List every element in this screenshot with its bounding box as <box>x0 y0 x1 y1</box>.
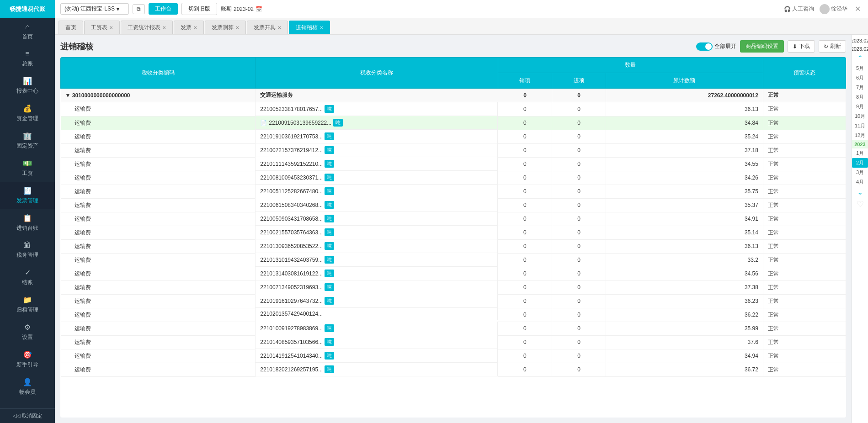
table-row[interactable]: 运输费 2210071349052319693... 吨 0 0 37.38 正… <box>61 280 846 294</box>
row-sales: 0 <box>498 239 552 253</box>
row-code: 2210051125282667480... 吨 <box>256 185 498 198</box>
tag-button[interactable]: 吨 <box>325 352 334 360</box>
row-name: 运输费 <box>61 280 256 294</box>
table-row[interactable]: 运输费 2210130936520853522... 吨 0 0 36.13 正… <box>61 239 846 253</box>
tag-button[interactable]: 吨 <box>325 174 334 181</box>
tag-button[interactable]: 吨 <box>325 160 334 168</box>
tag-button[interactable]: 吨 <box>325 365 334 373</box>
tab-close-icon[interactable]: ✕ <box>277 25 281 30</box>
panel-month-1[interactable]: 1月 <box>852 148 868 158</box>
sidebar-item-tax[interactable]: 🏛 税务管理 <box>0 237 55 264</box>
sidebar-item-member[interactable]: 👤 畅会员 <box>0 373 55 401</box>
settings-button[interactable]: 商品编码设置 <box>740 40 784 53</box>
table-row[interactable]: 运输费 2210050903431708658... 吨 0 0 34.91 正… <box>61 212 846 226</box>
tab-invoice[interactable]: 发票 ✕ <box>174 21 204 34</box>
table-row[interactable]: 运输费 2210140859357103566... 吨 0 0 37.6 正常 <box>61 335 846 349</box>
table-row[interactable]: 运输费 2210021557035764363... 吨 0 0 35.14 正… <box>61 226 846 239</box>
sidebar-item-assets[interactable]: 🏢 固定资产 <box>0 127 55 154</box>
tab-invoice-calc[interactable]: 发票测算 ✕ <box>205 21 246 34</box>
panel-month-4[interactable]: 4月 <box>852 177 868 187</box>
tab-close-icon[interactable]: ✕ <box>109 25 113 30</box>
tab-payroll-label: 工资表 <box>91 24 107 32</box>
table-row[interactable]: 运输费 2210131019432403759... 吨 0 0 33.2 正常 <box>61 253 846 267</box>
panel-month-9[interactable]: 9月 <box>852 102 868 111</box>
close-window-button[interactable]: ✕ <box>853 5 863 13</box>
user-menu[interactable]: 徐泾华 <box>820 4 847 14</box>
switch-old-button[interactable]: 切到旧版 <box>181 3 217 15</box>
tag-button[interactable]: 吨 <box>325 256 334 264</box>
table-row[interactable]: 运输费 2210051125282667480... 吨 0 0 35.75 正… <box>61 185 846 198</box>
sidebar-item-close[interactable]: ✓ 结账 <box>0 264 55 291</box>
panel-down-arrow[interactable]: ⌄ <box>856 187 864 197</box>
panel-month-8[interactable]: 8月 <box>852 92 868 102</box>
panel-month-5[interactable]: 5月 <box>852 63 868 73</box>
row-purchase: 0 <box>552 212 606 226</box>
refresh-button[interactable]: ↻ 刷新 <box>819 40 846 53</box>
tag-button[interactable]: 吨 <box>325 283 334 291</box>
sidebar-item-reports[interactable]: 📊 报表中心 <box>0 72 55 100</box>
table-row[interactable]: 运输费 2210131403081619122... 吨 0 0 34.56 正… <box>61 267 846 280</box>
workbench-button[interactable]: 工作台 <box>149 3 178 15</box>
panel-month-7[interactable]: 7月 <box>852 83 868 92</box>
table-row[interactable]: 运输费 2210081009453230371... 吨 0 0 34.26 正… <box>61 171 846 185</box>
sidebar-item-archive[interactable]: 📁 归档管理 <box>0 291 55 318</box>
tag-button[interactable]: 吨 <box>325 201 334 209</box>
download-button[interactable]: ⬇ 下载 <box>788 40 815 53</box>
panel-month-10[interactable]: 10月 <box>852 111 868 121</box>
sidebar-item-invoice[interactable]: 🧾 发票管理 <box>0 182 55 209</box>
tab-payroll-stats[interactable]: 工资统计报表 ✕ <box>121 21 173 34</box>
tag-button[interactable]: 吨 <box>325 105 334 113</box>
copy-button[interactable]: ⧉ <box>133 4 145 14</box>
tab-close-icon[interactable]: ✕ <box>162 25 166 30</box>
tag-button[interactable]: 吨 <box>325 146 334 154</box>
tag-button[interactable]: 吨 <box>325 297 334 305</box>
panel-month-11[interactable]: 11月 <box>852 121 868 131</box>
tag-button[interactable]: 吨 <box>333 119 343 127</box>
row-status: 正常 <box>763 157 846 171</box>
table-row[interactable]: 运输费 2210191036192170753... 吨 0 0 35.24 正… <box>61 130 846 143</box>
table-row[interactable]: 运输费 2210191610297643732... 吨 0 0 36.23 正… <box>61 294 846 308</box>
tag-button[interactable]: 吨 <box>325 242 334 250</box>
sidebar-item-ledger[interactable]: ≡ 总账 <box>0 45 55 72</box>
table-row[interactable]: 运输费 2210061508340340268... 吨 0 0 35.37 正… <box>61 198 846 212</box>
toggle-track[interactable] <box>696 42 713 51</box>
panel-month-2-current[interactable]: 2月 <box>852 158 868 168</box>
tab-close-icon[interactable]: ✕ <box>320 25 323 30</box>
table-row[interactable]: 运输费 📄2210091503139659222... 吨 0 0 34.84 … <box>61 116 846 130</box>
table-row[interactable]: 运输费 2210100919278983869... 吨 0 0 35.99 正… <box>61 322 846 335</box>
tag-button[interactable]: 吨 <box>325 132 334 140</box>
tab-home[interactable]: 首页 <box>59 21 83 34</box>
sidebar-item-guide[interactable]: 🎯 新手引导 <box>0 346 55 373</box>
table-row[interactable]: 运输费 2210201357429400124... 0 0 36.22 正常 <box>61 308 846 322</box>
sidebar-item-home[interactable]: ⌂ 首页 <box>0 18 55 45</box>
tab-payroll[interactable]: 工资表 ✕ <box>84 21 120 34</box>
sidebar-item-funds[interactable]: 💰 资金管理 <box>0 100 55 127</box>
support-link[interactable]: 🎧 人工咨询 <box>784 5 814 13</box>
sidebar-item-payroll[interactable]: 💵 工资 <box>0 154 55 182</box>
table-row[interactable]: 运输费 2210141912541014340... 吨 0 0 34.94 正… <box>61 349 846 363</box>
tag-button[interactable]: 吨 <box>325 270 334 277</box>
sidebar-item-purchase-sales[interactable]: 📋 进销台账 <box>0 209 55 237</box>
tag-button[interactable]: 吨 <box>325 324 334 332</box>
row-purchase: 0 <box>552 157 606 171</box>
tag-button[interactable]: 吨 <box>325 187 334 195</box>
table-row[interactable]: 运输费 2210182021269257195... 吨 0 0 36.72 正… <box>61 363 846 376</box>
table-row[interactable]: 运输费 2210052338178017657... 吨 0 0 36.13 正… <box>61 102 846 116</box>
expand-toggle[interactable]: 全部展开 <box>696 42 736 51</box>
tab-reconcile[interactable]: 进销稽核 ✕ <box>289 21 330 34</box>
tag-button[interactable]: 吨 <box>325 215 334 222</box>
tag-button[interactable]: 吨 <box>325 228 334 236</box>
panel-up-arrow[interactable]: ⌃ <box>856 53 864 63</box>
table-row[interactable]: 运输费 2210072157376219412... 吨 0 0 37.18 正… <box>61 143 846 157</box>
tab-close-icon[interactable]: ✕ <box>235 25 239 30</box>
tab-close-icon[interactable]: ✕ <box>193 25 197 30</box>
company-selector[interactable]: (勿动) 江西报宝-LSS ▾ <box>60 3 129 15</box>
table-row[interactable]: 运输费 2210111143592152210... 吨 0 0 34.55 正… <box>61 157 846 171</box>
panel-month-6[interactable]: 6月 <box>852 73 868 83</box>
tab-invoice-issue[interactable]: 发票开具 ✕ <box>247 21 288 34</box>
panel-month-12[interactable]: 12月 <box>852 131 868 140</box>
tag-button[interactable]: 吨 <box>325 338 334 346</box>
pin-toggle[interactable]: ◁◁ 取消固定 <box>0 408 55 423</box>
sidebar-item-settings[interactable]: ⚙ 设置 <box>0 318 55 346</box>
panel-month-3[interactable]: 3月 <box>852 168 868 177</box>
